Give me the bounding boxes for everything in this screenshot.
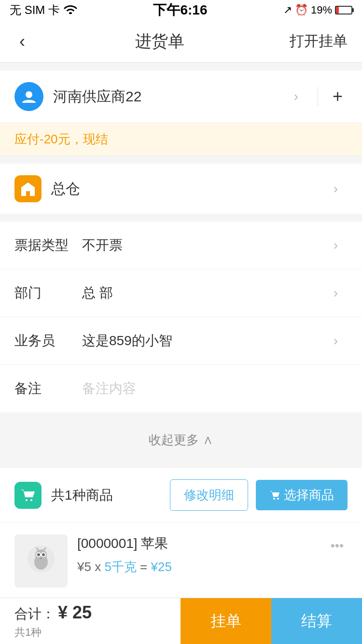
svg-point-2 — [30, 499, 32, 501]
battery-icon — [335, 6, 352, 14]
cart-icon — [14, 482, 42, 509]
checkout-label: 结算 — [301, 611, 332, 632]
product-logo — [27, 545, 56, 578]
supplier-divider — [318, 87, 318, 106]
select-product-button[interactable]: 选择商品 — [256, 480, 348, 510]
warehouse-row[interactable]: 总仓 › — [0, 164, 362, 214]
warehouse-section: 总仓 › — [0, 164, 362, 214]
price-unit: ¥5 — [77, 560, 91, 574]
warehouse-icon — [14, 175, 42, 202]
product-section: 共1种商品 修改明细 选择商品 — [0, 468, 362, 599]
department-chevron-icon: › — [334, 285, 338, 301]
back-button[interactable]: ‹ — [14, 27, 30, 56]
salesman-chevron-icon: › — [334, 333, 338, 349]
equals-sign: = — [140, 560, 147, 574]
wifi-icon — [64, 3, 77, 17]
department-value: 总 部 — [82, 284, 334, 302]
warehouse-name: 总仓 — [51, 179, 334, 199]
product-qty: 5千克 — [104, 560, 136, 574]
multiply-sign: x — [95, 560, 101, 574]
supplier-chevron-icon: › — [294, 89, 298, 104]
product-title: 苹果 — [141, 536, 168, 551]
bottom-bar: 合计： ¥ 25 共1种 挂单 结算 — [0, 598, 362, 644]
product-item: [0000001] 苹果 ¥5 x 5千克 = ¥25 ••• — [0, 523, 362, 599]
nav-bar: ‹ 进货单 打开挂单 — [0, 20, 362, 63]
warehouse-chevron-icon: › — [334, 181, 338, 196]
checkout-button[interactable]: 结算 — [271, 598, 362, 644]
status-time: 下午6:16 — [153, 1, 207, 19]
form-section: 票据类型 不开票 › 部门 总 部 › 业务员 这是859的小智 › 备注 备注… — [0, 222, 362, 412]
hang-label: 挂单 — [210, 611, 241, 632]
summary-count: 共1种 — [14, 625, 166, 640]
hang-button[interactable]: 挂单 — [181, 598, 271, 644]
svg-point-3 — [273, 498, 275, 500]
product-more-button[interactable]: ••• — [327, 534, 348, 557]
total-amount: ¥ 25 — [58, 602, 92, 623]
salesman-value: 这是859的小智 — [82, 332, 334, 350]
page-title: 进货单 — [135, 30, 184, 53]
svg-point-4 — [277, 498, 279, 500]
salesman-label: 业务员 — [14, 332, 82, 350]
svg-point-11 — [42, 553, 45, 556]
location-icon: ↗ — [283, 4, 292, 16]
collapse-button[interactable]: 收起更多 ∧ — [0, 420, 362, 460]
invoice-type-value: 不开票 — [82, 236, 334, 254]
product-count-label: 共1种商品 — [51, 486, 170, 504]
supplier-name: 河南供应商22 — [53, 87, 294, 107]
product-thumbnail — [14, 534, 68, 588]
department-label: 部门 — [14, 284, 82, 302]
svg-point-1 — [26, 499, 28, 501]
status-bar: 无 SIM 卡 下午6:16 ↗ ⏰ 19% — [0, 0, 362, 20]
status-right: ↗ ⏰ 19% — [283, 4, 352, 16]
select-product-label: 选择商品 — [284, 487, 334, 504]
svg-point-0 — [26, 91, 32, 98]
battery-percent: 19% — [311, 4, 332, 16]
salesman-row[interactable]: 业务员 这是859的小智 › — [0, 317, 362, 365]
alarm-icon: ⏰ — [295, 4, 308, 16]
supplier-section: 河南供应商22 › + 应付-20元，现结 — [0, 70, 362, 156]
collapse-label: 收起更多 ∧ — [149, 432, 213, 448]
svg-point-10 — [37, 553, 40, 556]
product-info: [0000001] 苹果 ¥5 x 5千克 = ¥25 — [77, 534, 327, 575]
remark-row[interactable]: 备注 备注内容 — [0, 365, 362, 412]
department-row[interactable]: 部门 总 部 › — [0, 269, 362, 317]
add-supplier-button[interactable]: + — [328, 86, 348, 107]
supplier-row[interactable]: 河南供应商22 › + — [0, 70, 362, 123]
invoice-chevron-icon: › — [334, 238, 338, 253]
supplier-avatar — [14, 82, 43, 111]
summary-info: 合计： ¥ 25 共1种 — [0, 602, 181, 640]
invoice-type-label: 票据类型 — [14, 236, 82, 254]
supplier-alert: 应付-20元，现结 — [0, 123, 362, 156]
product-code: [0000001] — [77, 536, 138, 551]
open-hang-button[interactable]: 打开挂单 — [290, 31, 348, 51]
remark-label: 备注 — [14, 379, 82, 398]
product-header: 共1种商品 修改明细 选择商品 — [0, 468, 362, 523]
product-price: ¥5 x 5千克 = ¥25 — [77, 559, 327, 575]
product-total: ¥25 — [151, 560, 172, 574]
invoice-type-row[interactable]: 票据类型 不开票 › — [0, 222, 362, 269]
status-left: 无 SIM 卡 — [10, 2, 77, 18]
product-name: [0000001] 苹果 — [77, 534, 327, 553]
remark-placeholder: 备注内容 — [82, 379, 348, 398]
total-label: 合计： — [14, 605, 55, 623]
carrier-label: 无 SIM 卡 — [10, 2, 60, 18]
edit-detail-button[interactable]: 修改明细 — [170, 479, 248, 511]
summary-total: 合计： ¥ 25 — [14, 602, 166, 623]
